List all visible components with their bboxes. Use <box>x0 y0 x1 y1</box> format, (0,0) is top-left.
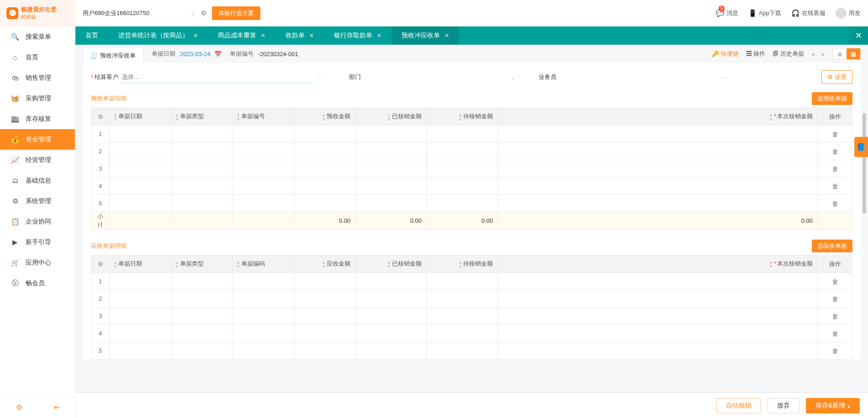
col-this[interactable]: ▴▾*本次核销金额 <box>498 256 818 273</box>
history-button[interactable]: 🗐 历史单据 <box>773 50 804 58</box>
col-pending[interactable]: ▴▾待核销金额 <box>427 108 498 125</box>
customer-more-icon[interactable]: ··· <box>318 74 326 81</box>
nav-item-4[interactable]: 🏬库存核算 <box>0 109 75 129</box>
col-written[interactable]: ▴▾已核销金额 <box>355 108 427 125</box>
delete-row-icon[interactable]: 🗑 <box>832 295 838 303</box>
delete-row-icon[interactable]: 🗑 <box>832 278 838 285</box>
messages-link[interactable]: 💬 消息 5 <box>716 9 738 17</box>
col-code[interactable]: ▴▾单据编码 <box>233 256 294 273</box>
table-row[interactable]: 5🗑 <box>91 342 852 360</box>
industry-button[interactable]: 体验行业方案 <box>212 6 260 20</box>
col-written[interactable]: ▴▾已核销金额 <box>355 256 427 273</box>
delete-row-icon[interactable]: 🗑 <box>832 330 838 337</box>
nav-item-8[interactable]: ⚙系统管理 <box>0 191 75 211</box>
select-receivable-button[interactable]: 选应收单据 <box>812 240 852 252</box>
sort-icon[interactable]: ▴▾ <box>176 260 178 268</box>
delete-row-icon[interactable]: 🗑 <box>832 347 838 355</box>
list-view-icon[interactable]: ≣ <box>833 48 847 59</box>
sort-icon[interactable]: ▴▾ <box>459 260 461 268</box>
tab-3[interactable]: 收款单✕ <box>275 26 324 45</box>
col-type[interactable]: ▴▾单据类型 <box>171 108 233 125</box>
prev-doc-icon[interactable]: ◂ <box>811 51 815 57</box>
form-view-icon[interactable]: ▦ <box>847 48 860 59</box>
operate-button[interactable]: ☰ 操作 <box>746 50 766 58</box>
nav-item-11[interactable]: 🛒应用中心 <box>0 252 75 273</box>
customer-service-link[interactable]: 🎧 在线客服 <box>791 9 826 17</box>
tab-5[interactable]: 预收冲应收单✕ <box>392 26 459 45</box>
col-no[interactable]: ▴▾单据编号 <box>233 108 294 125</box>
delete-row-icon[interactable]: 🗑 <box>832 148 838 155</box>
select-advance-button[interactable]: 选预收单据 <box>812 92 852 105</box>
table-row[interactable]: 4🗑 <box>91 178 852 195</box>
table-row[interactable]: 2🗑 <box>91 143 852 160</box>
col-amount[interactable]: ▴▾应收金额 <box>294 256 355 273</box>
calendar-icon[interactable]: 📅 <box>214 51 222 57</box>
tab-2[interactable]: 商品成本重算✕ <box>208 26 275 45</box>
nav-item-10[interactable]: ▶新手引导 <box>0 232 75 252</box>
table-row[interactable]: 2🗑 <box>91 290 852 308</box>
close-tab-icon[interactable]: ✕ <box>309 32 314 39</box>
nav-item-2[interactable]: 🛍销售管理 <box>0 68 75 88</box>
col-config-icon[interactable]: ⚙ <box>91 108 110 125</box>
collapse-icon[interactable]: ⇤ <box>54 403 60 412</box>
app-download-link[interactable]: 📱 App下载 <box>748 9 781 17</box>
sort-icon[interactable]: ▴▾ <box>323 260 325 268</box>
sort-icon[interactable]: ▴▾ <box>459 113 461 121</box>
nav-item-1[interactable]: ⌂首页 <box>0 47 75 68</box>
close-tab-icon[interactable]: ✕ <box>377 32 381 39</box>
table-row[interactable]: 3🗑 <box>91 308 852 325</box>
settings-icon[interactable]: ⚙ <box>16 403 22 412</box>
col-date[interactable]: ▴▾单据日期 <box>110 108 171 125</box>
nav-item-12[interactable]: Ⓥ畅会员 <box>0 273 75 293</box>
sort-icon[interactable]: ▴▾ <box>770 260 772 268</box>
close-tab-icon[interactable]: ✕ <box>193 32 198 39</box>
tab-0[interactable]: 首页 <box>75 26 108 45</box>
close-tab-icon[interactable]: ✕ <box>445 32 449 39</box>
col-type[interactable]: ▴▾单据类型 <box>171 256 233 273</box>
table-row[interactable]: 1🗑 <box>91 125 852 143</box>
scrollbar-thumb[interactable] <box>863 113 866 214</box>
nav-item-0[interactable]: 🔍搜索菜单 <box>0 26 75 47</box>
sort-icon[interactable]: ▴▾ <box>114 260 116 268</box>
delete-row-icon[interactable]: 🗑 <box>832 313 838 320</box>
col-config-icon[interactable]: ⚙ <box>91 256 110 273</box>
sort-icon[interactable]: ▴▾ <box>770 113 772 121</box>
table-row[interactable]: 4🗑 <box>91 325 852 342</box>
sort-icon[interactable]: ▴▾ <box>388 260 390 268</box>
nav-item-7[interactable]: 🗂基础信息 <box>0 170 75 191</box>
auto-writeoff-button[interactable]: 自动核销 <box>716 398 761 413</box>
delete-row-icon[interactable]: 🗑 <box>832 131 838 138</box>
table-row[interactable]: 1🗑 <box>91 273 852 290</box>
discard-button[interactable]: 放弃 <box>767 398 799 413</box>
col-date[interactable]: ▴▾单据日期 <box>110 256 171 273</box>
nav-item-5[interactable]: 💰资金管理 <box>0 129 75 150</box>
sort-icon[interactable]: ▴▾ <box>114 113 116 121</box>
tab-1[interactable]: 进货单统计表（按商品）✕ <box>108 26 208 45</box>
nav-item-9[interactable]: 📋企业协同 <box>0 211 75 232</box>
salesman-more-icon[interactable]: ··· <box>720 74 728 81</box>
customer-input[interactable] <box>122 71 314 83</box>
col-pending[interactable]: ▴▾待核销金额 <box>427 256 498 273</box>
next-doc-icon[interactable]: ▸ <box>822 51 825 57</box>
table-row[interactable]: 5🗑 <box>91 195 852 212</box>
save-and-new-button[interactable]: 保存&新增▴ <box>806 398 860 413</box>
nav-item-3[interactable]: 🧺采购管理 <box>0 88 75 109</box>
sort-icon[interactable]: ▴▾ <box>176 113 178 121</box>
doc-date-value[interactable]: 2023-03-24 <box>180 51 211 57</box>
tab-4[interactable]: 银行存取款单✕ <box>324 26 392 45</box>
floating-help-tab[interactable]: 📘 <box>854 137 868 157</box>
gear-icon[interactable]: ⚙ <box>201 9 206 17</box>
chevron-down-icon[interactable]: ⌄ <box>511 74 516 81</box>
col-this[interactable]: ▴▾*本次核销金额 <box>498 108 818 125</box>
sort-icon[interactable]: ▴▾ <box>388 113 390 121</box>
doc-sub-tab[interactable]: 🧾 预收冲应收单 <box>83 47 143 63</box>
table-row[interactable]: 3🗑 <box>91 160 852 178</box>
sort-icon[interactable]: ▴▾ <box>323 113 325 121</box>
shortcut-button[interactable]: 🔑 快捷键 <box>712 50 739 58</box>
close-tab-icon[interactable]: ✕ <box>261 32 265 39</box>
enterprise-select[interactable]: 用户690企业1660120750 ⌄ <box>83 9 195 17</box>
settings-button[interactable]: ⚙ 设置 <box>821 70 852 84</box>
delete-row-icon[interactable]: 🗑 <box>832 183 838 190</box>
sort-icon[interactable]: ▴▾ <box>237 260 239 268</box>
delete-row-icon[interactable]: 🗑 <box>832 165 838 172</box>
